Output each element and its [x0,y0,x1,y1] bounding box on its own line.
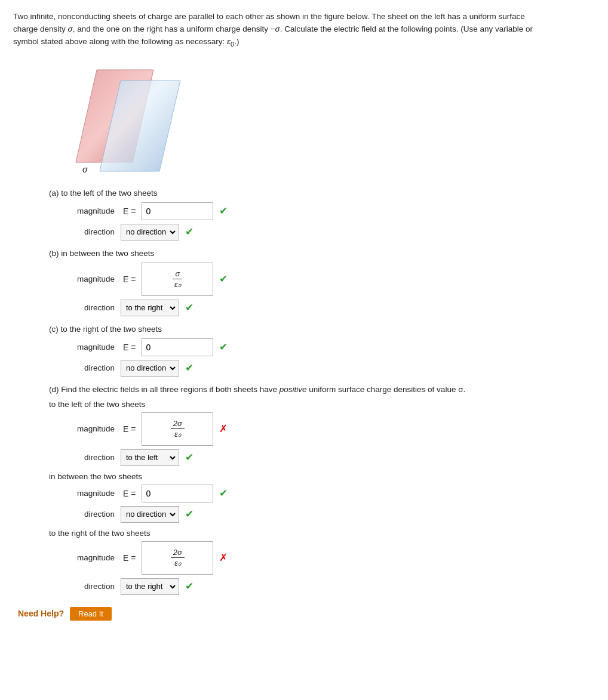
part-c-direction-select-wrapper[interactable]: no direction to the left to the right up… [121,360,179,377]
part-d: (d) Find the electric fields in all thre… [49,385,595,595]
problem-line1: Two infinite, nonconducting sheets of ch… [13,12,525,21]
part-d-sub3-direction-label: direction [55,582,115,591]
part-b-direction-row: direction no direction to the left to th… [55,300,595,316]
part-d-sub3-magnitude-label: magnitude [55,553,115,562]
part-d-sub2-magnitude-row: magnitude E = ✔ [55,485,595,502]
part-a-direction-row: direction no direction to the left to th… [55,224,595,240]
part-b-direction-label: direction [55,303,115,312]
part-d-sub2-direction-row: direction no direction to the left to th… [55,506,595,523]
part-d-sub1-direction-select-wrapper[interactable]: no direction to the left to the right up… [121,449,179,466]
part-c-magnitude-input[interactable] [142,338,213,356]
part-c-e-label: E = [123,343,136,352]
part-b-magnitude-row: magnitude E = σ ε₀ ✔ [55,263,595,296]
part-d-sub3-direction-row: direction no direction to the left to th… [55,578,595,595]
part-d-sub1-magnitude-cross: ✗ [219,423,228,435]
part-b-magnitude-label: magnitude [55,275,115,283]
part-a-magnitude-check: ✔ [219,205,228,217]
need-help-row: Need Help? Read It [18,607,595,621]
problem-text: Two infinite, nonconducting sheets of ch… [13,11,592,50]
part-b-fraction: σ ε₀ [172,269,183,289]
part-d-sub1-magnitude-row: magnitude E = 2σ ε₀ ✗ [55,412,595,446]
part-d-sub2-magnitude-label: magnitude [55,489,115,498]
part-d-sub3-fraction: 2σ ε₀ [171,548,185,568]
part-b-magnitude-fraction-box: σ ε₀ [142,263,213,296]
part-d-sub1-fraction: 2σ ε₀ [171,419,185,439]
part-d-sub3-direction-check: ✔ [185,580,194,593]
sheets-svg: σ −σ [61,58,216,174]
part-c-direction-row: direction no direction to the left to th… [55,360,595,377]
part-d-sub2-e-label: E = [123,489,136,498]
part-c: (c) to the right of the two sheets magni… [49,325,595,377]
part-b: (b) in between the two sheets magnitude … [49,249,595,316]
part-d-sub3: to the right of the two sheets magnitude… [49,529,595,595]
part-d-sub1-fraction-box: 2σ ε₀ [142,412,213,446]
part-d-sub1: to the left of the two sheets magnitude … [49,400,595,466]
problem-line3: symbol stated above along with the follo… [13,37,239,46]
part-d-sub2-label: in between the two sheets [49,472,595,481]
part-b-direction-check: ✔ [185,301,194,314]
part-d-sub3-magnitude-row: magnitude E = 2σ ε₀ ✗ [55,541,595,575]
part-a-direction-select-wrapper[interactable]: no direction to the left to the right up… [121,224,179,240]
part-d-sub1-direction-row: direction no direction to the left to th… [55,449,595,466]
part-b-magnitude-check: ✔ [219,273,228,285]
part-d-sub1-e-label: E = [123,424,136,434]
need-help-label: Need Help? [18,609,64,618]
part-d-sub3-magnitude-cross: ✗ [219,551,228,564]
part-d-sub2-direction-select-wrapper[interactable]: no direction to the left to the right up… [121,506,179,523]
part-d-sub1-direction-select[interactable]: no direction to the left to the right up… [122,450,177,465]
part-d-sub3-numerator: 2σ [171,548,185,559]
part-d-label: (d) Find the electric fields in all thre… [49,385,595,394]
part-a-magnitude-row: magnitude E = ✔ [55,202,595,220]
part-d-sub1-direction-check: ✔ [185,451,194,464]
part-d-sub2-direction-select[interactable]: no direction to the left to the right up… [122,507,177,522]
part-b-label: (b) in between the two sheets [49,249,595,258]
part-d-sub3-direction-select-wrapper[interactable]: no direction to the left to the right up… [121,578,179,595]
part-d-sub2: in between the two sheets magnitude E = … [49,472,595,523]
part-d-sub3-e-label: E = [123,553,136,563]
problem-line2: charge density σ, and the one on the rig… [13,24,533,33]
part-b-direction-select-wrapper[interactable]: no direction to the left to the right up… [121,300,179,316]
part-d-sub1-denominator: ε₀ [172,429,183,439]
part-d-sub1-direction-label: direction [55,453,115,462]
figure-container: σ −σ [61,58,228,180]
part-a-e-label: E = [123,206,136,216]
part-a-magnitude-input[interactable] [142,202,213,220]
svg-text:σ: σ [82,165,88,174]
part-a-label: (a) to the left of the two sheets [49,189,595,198]
part-c-magnitude-check: ✔ [219,341,228,353]
part-c-magnitude-label: magnitude [55,343,115,351]
part-a-direction-check: ✔ [185,226,194,238]
part-d-sub2-direction-check: ✔ [185,508,194,520]
part-d-sub2-direction-label: direction [55,510,115,519]
read-it-button[interactable]: Read It [70,607,112,621]
part-d-sub3-fraction-box: 2σ ε₀ [142,541,213,575]
part-b-e-label: E = [123,275,136,284]
part-d-sub3-direction-select[interactable]: no direction to the left to the right up… [122,579,177,594]
part-c-magnitude-row: magnitude E = ✔ [55,338,595,356]
part-c-direction-check: ✔ [185,362,194,374]
part-d-sub1-numerator: 2σ [171,419,185,430]
part-b-denominator: ε₀ [172,279,183,289]
part-b-direction-select[interactable]: no direction to the left to the right up… [122,300,177,316]
part-d-sub3-denominator: ε₀ [172,558,183,568]
part-c-direction-label: direction [55,363,115,372]
part-b-numerator: σ [173,269,182,280]
part-d-sub2-magnitude-check: ✔ [219,487,228,499]
part-a-direction-select[interactable]: no direction to the left to the right up… [122,224,177,240]
part-a-magnitude-label: magnitude [55,206,115,215]
part-c-direction-select[interactable]: no direction to the left to the right up… [122,360,177,376]
part-d-sub1-label: to the left of the two sheets [49,400,595,409]
part-c-label: (c) to the right of the two sheets [49,325,595,334]
part-a-direction-label: direction [55,227,115,236]
part-d-sub2-magnitude-input[interactable] [142,485,213,502]
part-a: (a) to the left of the two sheets magnit… [49,189,595,240]
part-d-sub1-magnitude-label: magnitude [55,424,115,433]
part-d-sub3-label: to the right of the two sheets [49,529,595,538]
